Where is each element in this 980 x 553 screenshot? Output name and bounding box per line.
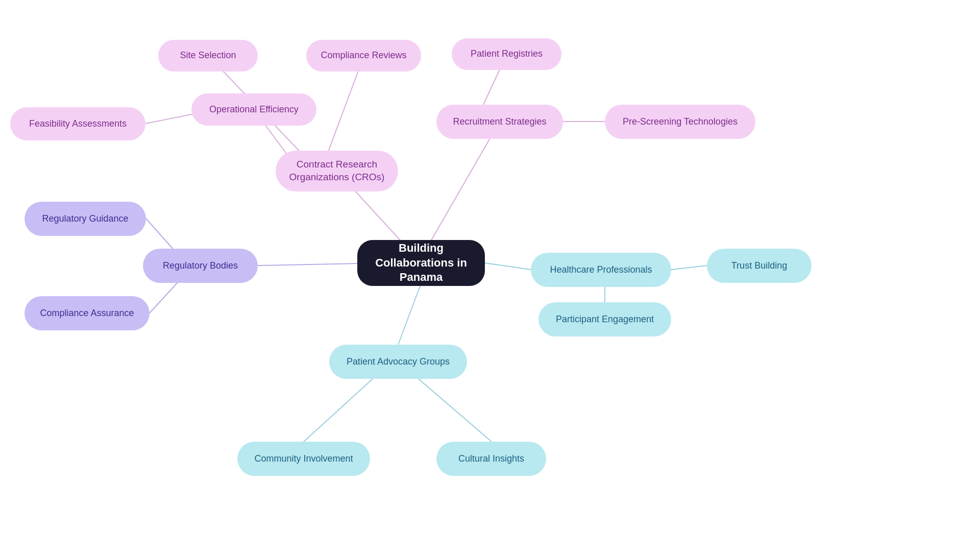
center-node: Building Collaborations in Panama [357, 240, 485, 286]
compliance-assurance-label: Compliance Assurance [40, 307, 134, 319]
cros-label: Contract Research Organizations (CROs) [289, 158, 385, 183]
compliance-reviews-node: Compliance Reviews [306, 40, 421, 71]
recruitment-strategies-node: Recruitment Strategies [436, 105, 563, 139]
center-label: Building Collaborations in Panama [369, 241, 474, 285]
cultural-insights-label: Cultural Insights [458, 453, 524, 465]
compliance-reviews-label: Compliance Reviews [321, 50, 406, 61]
recruitment-strategies-label: Recruitment Strategies [453, 116, 546, 128]
pre-screening-tech-label: Pre-Screening Technologies [623, 116, 738, 128]
patient-advocacy-groups-label: Patient Advocacy Groups [347, 356, 450, 368]
feasibility-assessments-node: Feasibility Assessments [10, 107, 145, 140]
site-selection-label: Site Selection [180, 50, 236, 61]
svg-line-15 [304, 379, 373, 442]
cros-node: Contract Research Organizations (CROs) [276, 151, 398, 191]
site-selection-node: Site Selection [158, 40, 258, 71]
svg-line-14 [398, 283, 421, 345]
patient-advocacy-groups-node: Patient Advocacy Groups [329, 345, 467, 379]
operational-efficiency-node: Operational Efficiency [191, 93, 316, 126]
participant-engagement-node: Participant Engagement [538, 302, 671, 336]
patient-registries-node: Patient Registries [452, 38, 561, 70]
svg-line-12 [671, 266, 707, 270]
regulatory-bodies-label: Regulatory Bodies [163, 260, 238, 272]
patient-registries-label: Patient Registries [471, 48, 543, 60]
svg-line-5 [421, 122, 500, 258]
participant-engagement-label: Participant Engagement [556, 314, 654, 325]
regulatory-guidance-node: Regulatory Guidance [24, 202, 146, 236]
community-involvement-label: Community Involvement [254, 453, 353, 465]
pre-screening-tech-node: Pre-Screening Technologies [605, 105, 755, 139]
healthcare-professionals-label: Healthcare Professionals [550, 264, 652, 276]
regulatory-guidance-label: Regulatory Guidance [42, 213, 128, 225]
trust-building-label: Trust Building [731, 260, 787, 272]
community-involvement-node: Community Involvement [237, 442, 370, 476]
healthcare-professionals-node: Healthcare Professionals [531, 253, 671, 287]
feasibility-assessments-label: Feasibility Assessments [29, 118, 127, 130]
compliance-assurance-node: Compliance Assurance [24, 296, 150, 330]
trust-building-node: Trust Building [707, 249, 812, 283]
svg-line-11 [485, 263, 531, 270]
svg-line-16 [419, 379, 492, 442]
operational-efficiency-label: Operational Efficiency [209, 104, 299, 115]
regulatory-bodies-node: Regulatory Bodies [143, 249, 258, 283]
cultural-insights-node: Cultural Insights [436, 442, 546, 476]
